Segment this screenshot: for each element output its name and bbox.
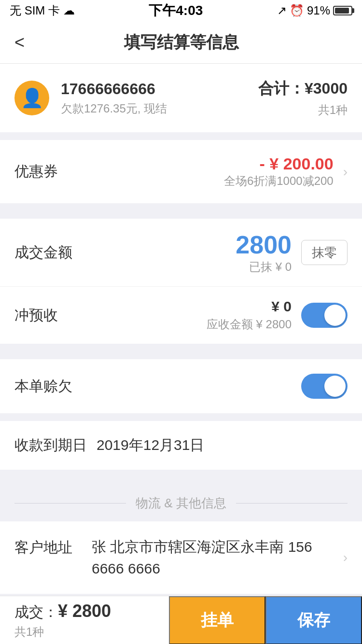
back-button[interactable]: < bbox=[14, 32, 25, 53]
avatar-icon: 👤 bbox=[21, 87, 43, 109]
round-button[interactable]: 抹零 bbox=[301, 240, 348, 265]
prepay-right: ¥ 0 应收金额 ¥ 2800 bbox=[207, 298, 348, 332]
sep-line-right bbox=[236, 503, 348, 504]
address-section: 客户地址 张 北京市市辖区海淀区永丰南 156 6666 6666 › bbox=[0, 521, 362, 594]
coupon-chevron: › bbox=[343, 164, 348, 180]
save-button[interactable]: 保存 bbox=[265, 596, 362, 644]
credit-row: 本单赊欠 bbox=[0, 359, 362, 413]
prepay-toggle[interactable] bbox=[301, 303, 348, 328]
customer-total: 合计：¥3000 共1种 bbox=[258, 78, 348, 118]
coupon-desc: 全场6折满1000减200 bbox=[224, 173, 334, 189]
prepay-amount: ¥ 0 bbox=[207, 298, 292, 315]
logistics-label: 物流 & 其他信息 bbox=[136, 495, 226, 512]
avatar: 👤 bbox=[14, 81, 49, 115]
prepay-label: 冲预收 bbox=[14, 306, 58, 325]
alarm-icon: ⏰ bbox=[290, 4, 304, 17]
address-value: 张 北京市市辖区海淀区永丰南 156 6666 6666 bbox=[92, 536, 338, 579]
due-label: 收款到期日 bbox=[14, 435, 87, 455]
status-bar: 无 SIM 卡 ☁ 下午4:03 ↗ ⏰ 91% bbox=[0, 0, 362, 21]
customer-info: 17666666666 欠款1276.35元, 现结 bbox=[61, 80, 258, 116]
logistics-separator: 物流 & 其他信息 bbox=[0, 485, 362, 521]
bottom-count: 共1种 bbox=[14, 624, 154, 640]
credit-toggle-knob bbox=[324, 376, 346, 397]
deal-amount-value: 2800 bbox=[236, 230, 292, 259]
location-icon: ↗ bbox=[277, 4, 287, 17]
address-row[interactable]: 客户地址 张 北京市市辖区海淀区永丰南 156 6666 6666 › bbox=[0, 521, 362, 594]
divider-3 bbox=[0, 477, 362, 485]
address-label: 客户地址 bbox=[14, 538, 82, 558]
deal-amount-row: 成交金额 2800 已抹 ¥ 0 抹零 bbox=[0, 219, 362, 286]
hold-button[interactable]: 挂单 bbox=[169, 596, 265, 644]
nav-bar: < 填写结算等信息 bbox=[0, 21, 362, 64]
credit-toggle[interactable] bbox=[301, 374, 348, 399]
prepay-value-area: ¥ 0 应收金额 ¥ 2800 bbox=[207, 298, 292, 332]
total-amount: 合计：¥3000 bbox=[258, 78, 348, 99]
divider-2 bbox=[0, 351, 362, 359]
deal-label: 成交金额 bbox=[14, 243, 72, 263]
battery-percent: 91% bbox=[307, 4, 330, 17]
customer-sub: 欠款1276.35元, 现结 bbox=[61, 101, 258, 116]
total-sub: 共1种 bbox=[258, 102, 348, 118]
customer-card: 👤 17666666666 欠款1276.35元, 现结 合计：¥3000 共1… bbox=[0, 64, 362, 132]
sep-line-left bbox=[14, 503, 126, 504]
coupon-amount: - ¥ 200.00 bbox=[224, 154, 334, 173]
credit-label: 本单赊欠 bbox=[14, 377, 72, 396]
due-date-row: 收款到期日 2019年12月31日 bbox=[0, 421, 362, 470]
due-value: 2019年12月31日 bbox=[97, 435, 204, 455]
page-title: 填写结算等信息 bbox=[34, 31, 328, 54]
bottom-summary: 成交：¥ 2800 共1种 bbox=[0, 601, 169, 640]
deal-value-area: 2800 已抹 ¥ 0 抹零 bbox=[236, 230, 348, 275]
address-chevron: › bbox=[343, 550, 348, 565]
deal-sub: 已抹 ¥ 0 bbox=[236, 259, 292, 275]
deal-section: 成交金额 2800 已抹 ¥ 0 抹零 冲预收 ¥ 0 应收金额 ¥ 2800 bbox=[0, 219, 362, 344]
bottom-deal-label: 成交：¥ 2800 bbox=[14, 601, 154, 622]
coupon-right: - ¥ 200.00 全场6折满1000减200 › bbox=[224, 154, 348, 189]
coupon-row[interactable]: 优惠券 - ¥ 200.00 全场6折满1000减200 › bbox=[0, 140, 362, 203]
prepay-row: 冲预收 ¥ 0 应收金额 ¥ 2800 bbox=[0, 286, 362, 344]
coupon-section: 优惠券 - ¥ 200.00 全场6折满1000减200 › bbox=[0, 140, 362, 203]
status-left: 无 SIM 卡 ☁ bbox=[10, 3, 75, 18]
toggle-knob bbox=[324, 305, 346, 326]
battery-icon bbox=[333, 6, 352, 15]
coupon-label: 优惠券 bbox=[14, 162, 58, 182]
divider-1 bbox=[0, 211, 362, 219]
status-time: 下午4:03 bbox=[149, 1, 203, 20]
customer-phone: 17666666666 bbox=[61, 80, 258, 98]
status-right: ↗ ⏰ 91% bbox=[277, 4, 352, 17]
sim-label: 无 SIM 卡 ☁ bbox=[10, 3, 75, 18]
bottom-bar: 成交：¥ 2800 共1种 挂单 保存 bbox=[0, 596, 362, 644]
prepay-desc: 应收金额 ¥ 2800 bbox=[207, 317, 292, 332]
